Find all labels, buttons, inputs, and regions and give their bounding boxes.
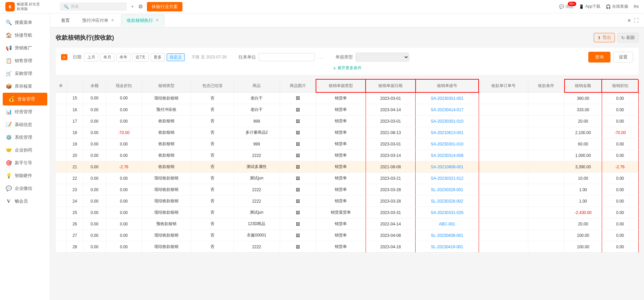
window-close-icon[interactable]: ✕ bbox=[627, 18, 631, 23]
sidebar-item-vip[interactable]: V 畅会员 bbox=[0, 195, 50, 208]
filter-voucher-type: 单据类型 bbox=[335, 53, 409, 61]
partner-label: 往来单位 bbox=[238, 54, 256, 60]
industry-button[interactable]: 休验行业方案 bbox=[147, 2, 182, 11]
td-verify-no[interactable]: SL-20230408-001 bbox=[416, 230, 479, 241]
sidebar-item-basic-info[interactable]: 📝 基础信息 bbox=[0, 118, 50, 131]
filter-bar: » 日期 上月 本月 本年 近7天 更多 自定义 不限 至 2023- bbox=[56, 48, 639, 75]
td-verify-no[interactable]: SA-20210813-001 bbox=[416, 127, 479, 138]
td-verify-no[interactable]: SA-20230414-017 bbox=[416, 104, 479, 116]
online-service[interactable]: 🎧 在线客服 bbox=[606, 4, 628, 9]
td-verify-type: 预收款核销 bbox=[142, 218, 191, 230]
date-this-month[interactable]: 本月 bbox=[100, 53, 114, 61]
tab-prepay[interactable]: 预付冲应付单 ✕ bbox=[76, 14, 120, 27]
td-receipt-order-no bbox=[479, 138, 528, 150]
expand-toggle[interactable]: » bbox=[61, 54, 67, 60]
date-custom[interactable]: 自定义 bbox=[167, 53, 185, 61]
search-box[interactable]: 🔍 搜索 bbox=[60, 2, 127, 11]
sidebar-item-label: 库存核算 bbox=[15, 83, 32, 89]
table-footer: 40,556,66... 952.24 bbox=[56, 253, 639, 254]
td-verify-no[interactable]: SL-20230418-001 bbox=[416, 241, 479, 253]
td-receipt-condition bbox=[528, 127, 565, 138]
sidebar-item-label: 基础信息 bbox=[15, 122, 32, 128]
sidebar-item-label: 资金管理 bbox=[17, 96, 35, 102]
td-includes-settled: 否 bbox=[191, 150, 233, 161]
td-verify-amount: 100.00 bbox=[565, 230, 602, 241]
td-verify-discount: 0.00 bbox=[602, 150, 638, 161]
td-product-img: 🖼 bbox=[280, 138, 316, 150]
vip-icon: V bbox=[5, 199, 12, 204]
app-download[interactable]: 📱 App下载 bbox=[579, 4, 600, 9]
td-verify-no[interactable]: SA-20210808-001 bbox=[416, 161, 479, 173]
th-gear[interactable]: ⚙ bbox=[56, 79, 66, 92]
td-verify-no[interactable]: SA-20230314-008 bbox=[416, 150, 479, 161]
sidebar-item-sys-mgmt[interactable]: ⚙️ 系统管理 bbox=[0, 131, 50, 144]
page-actions: ⬆ 导出 ↻ 刷新 bbox=[594, 33, 639, 42]
tab-receipt-verify[interactable]: 收款核销执行 ✕ bbox=[121, 14, 164, 27]
td-balance: 0.00 bbox=[83, 104, 106, 116]
settings-button[interactable]: 设置 bbox=[613, 52, 633, 62]
page-body: 收款核销执行(按收款) ⬆ 导出 ↻ 刷新 » bbox=[50, 28, 644, 300]
td-gear bbox=[56, 127, 66, 138]
date-7days[interactable]: 近7天 bbox=[132, 53, 149, 61]
partner-input[interactable] bbox=[259, 53, 315, 61]
tab-prepay-close[interactable]: ✕ bbox=[111, 18, 114, 23]
sidebar-item-beginner[interactable]: 🎯 新手引导 bbox=[0, 157, 50, 169]
td-verify-no[interactable]: SA-20230331-026 bbox=[416, 207, 479, 218]
td-verify-no[interactable]: SL-20230328-002 bbox=[416, 196, 479, 207]
td-verify-no[interactable]: ABC-001 bbox=[416, 218, 479, 230]
td-product: 测试jun bbox=[233, 207, 280, 218]
expand-more-btn[interactable]: ∨ 展开更多条件 bbox=[333, 65, 362, 71]
user-name[interactable]: Rit bbox=[634, 4, 639, 9]
sidebar-item-purchase[interactable]: 🛒 采购管理 bbox=[0, 67, 50, 80]
window-expand-icon[interactable]: ⛶ bbox=[634, 18, 639, 23]
query-button[interactable]: 查询 bbox=[588, 52, 610, 62]
td-verify-discount: 0.00 bbox=[602, 218, 638, 230]
partner-dots[interactable]: ... bbox=[318, 55, 323, 60]
voucher-type-select[interactable] bbox=[356, 53, 409, 61]
settings-icon[interactable]: ⚙ bbox=[138, 3, 143, 10]
table-row: 190.000.00收款核销否999🖼销货单2023-03-01SA-20230… bbox=[56, 138, 638, 150]
sidebar-item-fund-mgmt[interactable]: 💰 资金管理 bbox=[3, 93, 47, 105]
td-product: 999 bbox=[233, 116, 280, 127]
sidebar-item-marketing[interactable]: 📢 营销推广 bbox=[0, 42, 50, 54]
sidebar-item-search-menu[interactable]: 🔍 搜索菜单 bbox=[0, 16, 50, 29]
tab-home[interactable]: 首页 bbox=[56, 15, 75, 26]
td-verify-no[interactable]: SL-20230328-001 bbox=[416, 184, 479, 196]
tab-receipt-verify-close[interactable]: ✕ bbox=[156, 18, 159, 23]
sidebar-item-enterprise[interactable]: 🤝 企业协同 bbox=[0, 144, 50, 157]
td-product-img: 🖼 bbox=[280, 161, 316, 173]
expand-more-row: ∨ 展开更多条件 bbox=[61, 65, 633, 71]
purchase-icon: 🛒 bbox=[5, 71, 12, 77]
sidebar-item-wechat-biz[interactable]: 💬 企业微信 bbox=[0, 182, 50, 195]
date-this-year[interactable]: 本年 bbox=[116, 53, 130, 61]
td-gear bbox=[56, 196, 66, 207]
td-verify-type: 收款核销 bbox=[142, 138, 191, 150]
dropdown-arrow[interactable]: ▼ bbox=[131, 5, 134, 8]
sidebar-item-biz-mgmt[interactable]: 📊 经营管理 bbox=[0, 105, 50, 118]
refresh-button[interactable]: ↻ 刷新 bbox=[618, 33, 639, 42]
sidebar-item-quick-nav[interactable]: 🏠 快捷导航 bbox=[0, 29, 50, 42]
td-verify-discount: 0.00 bbox=[602, 138, 638, 150]
export-button[interactable]: ⬆ 导出 bbox=[594, 33, 615, 42]
td-gear bbox=[56, 230, 66, 241]
td-verify-type: 现结收款核销 bbox=[142, 207, 191, 218]
enterprise-icon: 🤝 bbox=[5, 147, 12, 153]
th-verify-date: 核销单据日期 bbox=[366, 79, 415, 92]
td-verify-no[interactable]: SA-20230321-012 bbox=[416, 173, 479, 184]
sidebar-item-inventory[interactable]: 📦 库存核算 bbox=[0, 80, 50, 93]
td-verify-date: 2021-08-08 bbox=[366, 161, 415, 173]
td-verify-date: 2023-03-01 bbox=[366, 138, 415, 150]
th-receipt-condition: 收款条件 bbox=[528, 79, 565, 92]
td-verify-no[interactable]: SA-20230301-010 bbox=[416, 116, 479, 127]
td-verify-amount: 333.00 bbox=[565, 104, 602, 116]
td-verify-date: 2023-03-21 bbox=[366, 173, 415, 184]
message-badge[interactable]: 💬 消息 99+ bbox=[559, 4, 574, 9]
td-verify-type: 收款核销 bbox=[142, 161, 191, 173]
td-product-img: 🖼 bbox=[280, 241, 316, 253]
date-last-month[interactable]: 上月 bbox=[84, 53, 98, 61]
td-verify-no[interactable]: SA-20230301-010 bbox=[416, 138, 479, 150]
sidebar-item-smart-hw[interactable]: 💡 智能硬件 bbox=[0, 169, 50, 182]
date-more[interactable]: 更多 bbox=[151, 53, 165, 61]
td-verify-no[interactable]: SA-20230301-001 bbox=[416, 92, 479, 104]
sidebar-item-sales[interactable]: 📋 销售管理 bbox=[0, 54, 50, 67]
